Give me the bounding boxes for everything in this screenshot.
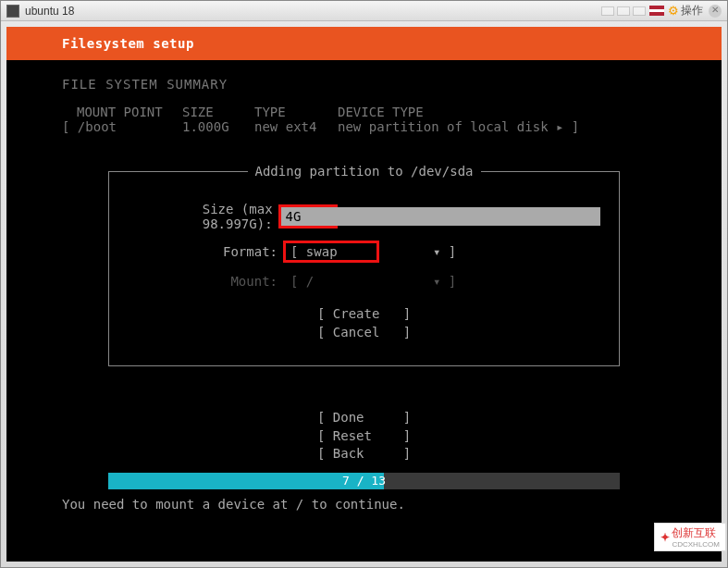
size-label: Size (max 98.997G): (128, 202, 280, 231)
watermark: ✦ 创新互联 CDCXHLCOM (654, 523, 726, 551)
row-type: new ext4 (254, 119, 328, 134)
page-title: Filesystem setup (62, 36, 194, 51)
format-chevron[interactable]: ▾ ] (433, 244, 456, 259)
close-icon[interactable]: ✕ (709, 5, 722, 18)
size-input-rest[interactable] (334, 207, 600, 226)
row-mount: [ /boot (62, 119, 173, 134)
summary-title: FILE SYSTEM SUMMARY (62, 77, 666, 92)
dialog-title: Adding partition to /dev/sda (247, 164, 480, 179)
content: FILE SYSTEM SUMMARY MOUNT POINT SIZE TYP… (6, 60, 722, 467)
progress-bar: 7 / 13 (108, 473, 620, 489)
row-devtype: new partition of local disk ▸ ] (338, 119, 666, 134)
win-btn-2[interactable] (617, 6, 630, 16)
progress-label: 7 / 13 (342, 474, 386, 488)
cancel-button[interactable]: [ Cancel ] (317, 325, 411, 340)
mount-chevron: ▾ ] (433, 274, 456, 289)
summary-header: MOUNT POINT SIZE TYPE DEVICE TYPE (62, 105, 666, 119)
size-row: Size (max 98.997G): (128, 202, 600, 231)
dialog-buttons: [ Create ] [ Cancel ] (128, 305, 600, 341)
watermark-sub: CDCXHLCOM (672, 541, 720, 549)
flag-icon (649, 6, 664, 16)
col-size: SIZE (182, 105, 245, 119)
page-header: Filesystem setup (6, 27, 722, 60)
footer-buttons: [ Done ] [ Reset ] [ Back ] (62, 409, 666, 463)
format-row: Format: [ swap ▾ ] (128, 242, 600, 261)
create-button[interactable]: [ Create ] (317, 306, 411, 321)
size-highlight (280, 206, 336, 227)
col-mount: MOUNT POINT (62, 105, 173, 119)
reset-button[interactable]: [ Reset ] (317, 428, 411, 443)
size-input[interactable] (280, 207, 336, 226)
window-title: ubuntu 18 (25, 5, 74, 18)
vm-icon (6, 5, 19, 18)
watermark-main: 创新互联 (672, 526, 716, 539)
win-btn-1[interactable] (601, 6, 614, 16)
back-button[interactable]: [ Back ] (317, 446, 411, 461)
window-frame: ubuntu 18 ⚙ 操作 ✕ Filesystem setup FILE S… (0, 0, 728, 568)
row-size: 1.000G (182, 119, 245, 134)
format-select[interactable]: [ swap (285, 242, 377, 261)
win-btn-3[interactable] (633, 6, 646, 16)
partition-dialog: Adding partition to /dev/sda Size (max 9… (108, 171, 620, 366)
mount-label: Mount: (128, 274, 285, 289)
mount-select: [ / (285, 272, 377, 290)
done-button[interactable]: [ Done ] (317, 410, 411, 425)
table-row[interactable]: [ /boot 1.000G new ext4 new partition of… (62, 119, 666, 134)
col-type: TYPE (254, 105, 328, 119)
titlebar: ubuntu 18 ⚙ 操作 ✕ (1, 1, 727, 21)
screen: Filesystem setup FILE SYSTEM SUMMARY MOU… (6, 27, 722, 562)
col-devtype: DEVICE TYPE (338, 105, 666, 119)
gear-icon[interactable]: ⚙ (668, 4, 679, 18)
action-menu[interactable]: 操作 (681, 3, 703, 19)
format-label: Format: (128, 244, 285, 259)
mount-row: Mount: [ / ▾ ] (128, 272, 600, 290)
hint-text: You need to mount a device at / to conti… (6, 489, 722, 515)
